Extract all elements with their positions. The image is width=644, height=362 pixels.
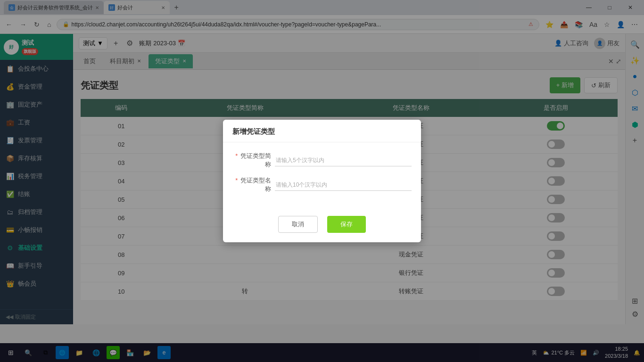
short-name-input[interactable]: [275, 154, 412, 166]
label-full-text: 凭证类型名称: [240, 177, 271, 192]
form-row-full: * 凭证类型名称: [232, 176, 412, 193]
full-name-input[interactable]: [275, 179, 412, 191]
cancel-button[interactable]: 取消: [278, 216, 318, 233]
save-button[interactable]: 保存: [327, 216, 366, 233]
required-mark-full: *: [235, 177, 238, 184]
modal-header: 新增凭证类型: [223, 120, 421, 142]
form-row-short: * 凭证类型简称: [232, 152, 412, 169]
label-short-text: 凭证类型简称: [240, 152, 271, 168]
form-label-short: * 凭证类型简称: [232, 152, 275, 169]
modal-body: * 凭证类型简称 * 凭证类型名称: [223, 142, 421, 210]
modal-overlay[interactable]: 新增凭证类型 * 凭证类型简称 * 凭证类型名称 取消 保存: [0, 0, 644, 362]
add-voucher-type-modal: 新增凭证类型 * 凭证类型简称 * 凭证类型名称 取消 保存: [223, 120, 421, 242]
form-label-full: * 凭证类型名称: [232, 176, 275, 193]
modal-title: 新增凭证类型: [232, 127, 275, 135]
required-mark-short: *: [235, 152, 238, 159]
modal-footer: 取消 保存: [223, 210, 421, 242]
